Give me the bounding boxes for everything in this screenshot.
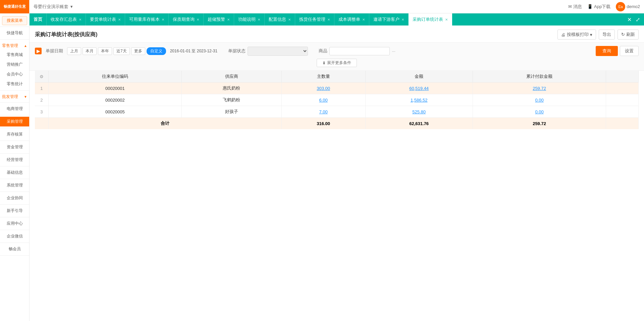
- sidebar-item-quick-nav[interactable]: 快捷导航: [2, 28, 27, 38]
- expand-more-button[interactable]: ⬇ 展开更多条件: [317, 59, 357, 67]
- sidebar-item-wechat[interactable]: 企业微信: [2, 231, 27, 241]
- paid-link[interactable]: 0.00: [473, 106, 606, 118]
- sidebar-item-appstore[interactable]: 应用中心: [2, 219, 27, 228]
- tab-picking-task[interactable]: 拣货任务管理 ✕: [295, 13, 334, 25]
- sidebar-label-wholesale[interactable]: 批发管理 ▼: [2, 92, 27, 101]
- tab-available-stock[interactable]: 可用量库存账本 ✕: [125, 13, 169, 25]
- tab-invite-downstream-label: 邀请下游客户: [373, 16, 399, 22]
- sidebar-item-retail-shop[interactable]: 零售商城: [2, 50, 27, 60]
- operations-section: 经营管理: [0, 154, 29, 166]
- close-tab-icon[interactable]: ✕: [626, 16, 633, 23]
- date-btn-this-month[interactable]: 本月: [83, 47, 97, 55]
- tab-available-stock-close-icon[interactable]: ✕: [162, 18, 164, 21]
- sidebar-label-retail[interactable]: 零售管理 ▲: [2, 41, 27, 50]
- tab-invite-downstream-close-icon[interactable]: ✕: [401, 18, 404, 21]
- app-download-button[interactable]: 📱 App下载: [587, 4, 610, 10]
- sidebar-item-enterprise[interactable]: 企业协同: [2, 193, 27, 203]
- settings-button[interactable]: 设置: [620, 46, 639, 56]
- tab-cost-adjust-label: 成本调整单: [338, 16, 360, 22]
- tab-function-desc-close-icon[interactable]: ✕: [258, 18, 260, 21]
- column-settings-icon[interactable]: ⚙: [40, 74, 44, 79]
- message-button[interactable]: ✉ 消息: [568, 4, 582, 10]
- qty-link[interactable]: 7.00: [281, 106, 365, 118]
- download-icon: 📱: [587, 4, 593, 9]
- sidebar-item-retail-stats[interactable]: 零售统计: [2, 79, 27, 89]
- date-btn-more[interactable]: 更多: [131, 47, 145, 55]
- system-section: 系统管理: [0, 179, 29, 192]
- retail-arrow-icon: ▲: [24, 44, 27, 48]
- filter-row-main: ▶ 单据日期 上月 本月 本年 近7天 更多 自定义 2016-01-01 至 …: [35, 46, 639, 56]
- tab-picking-task-close-icon[interactable]: ✕: [327, 18, 330, 21]
- tab-invite-downstream[interactable]: 邀请下游客户 ✕: [369, 13, 409, 25]
- search-menu-button[interactable]: 搜索菜单: [2, 16, 27, 25]
- tab-config-info-close-icon[interactable]: ✕: [288, 18, 291, 21]
- supplier-name: 飞鹤奶粉: [182, 94, 281, 106]
- goods-input[interactable]: [329, 47, 390, 55]
- sidebar-item-marketing[interactable]: 营销推广: [2, 60, 27, 69]
- amount-link[interactable]: 525.80: [365, 106, 473, 118]
- status-filter: 单据状态: [228, 47, 308, 56]
- sidebar-item-system[interactable]: 系统管理: [2, 180, 27, 190]
- tab-overstock-alert-close-icon[interactable]: ✕: [227, 18, 230, 21]
- sidebar-item-member-center[interactable]: 会员中心: [2, 69, 27, 79]
- tab-order-stats-close-icon[interactable]: ✕: [118, 18, 121, 21]
- enterprise-section: 企业协同: [0, 192, 29, 205]
- date-btn-last-month[interactable]: 上月: [67, 47, 81, 55]
- expand-tab-icon[interactable]: ⤢: [634, 16, 641, 23]
- newbie-section: 新手引导: [0, 205, 29, 217]
- page-header: 采购订单统计表(按供应商) 🖨 按模板打印 ▾ 导出 ↻ 刷新: [30, 25, 644, 43]
- finance-section: 资金管理: [0, 141, 29, 154]
- logo-text: 畅捷通好生意: [4, 4, 26, 9]
- date-btn-this-year[interactable]: 本年: [98, 47, 112, 55]
- date-btn-custom[interactable]: 自定义: [147, 47, 166, 55]
- sidebar-item-basic[interactable]: 基础信息: [2, 168, 27, 177]
- tab-function-desc[interactable]: 功能说明 ✕: [234, 13, 265, 25]
- refresh-button[interactable]: ↻ 刷新: [618, 30, 639, 40]
- tab-receive-summary[interactable]: 收发存汇总表 ✕: [47, 13, 86, 25]
- template-print-button[interactable]: 🖨 按模板打印 ▾: [557, 30, 596, 40]
- user-profile-button[interactable]: Ea demo2: [616, 2, 640, 11]
- paid-link[interactable]: 0.00: [473, 94, 606, 106]
- tab-config-info-label: 配置信息: [269, 16, 286, 22]
- qty-link[interactable]: 303.00: [281, 83, 365, 94]
- workspace-selector[interactable]: 母婴行业演示账套 ▾: [34, 4, 568, 10]
- tab-receive-summary-close-icon[interactable]: ✕: [79, 18, 82, 21]
- app-download-label: App下载: [594, 4, 610, 10]
- qty-link[interactable]: 6.00: [281, 94, 365, 106]
- tab-purchase-stats-close-icon[interactable]: ✕: [445, 18, 448, 21]
- filter-toggle-button[interactable]: ▶: [35, 48, 42, 54]
- status-select[interactable]: [248, 47, 308, 56]
- sidebar-item-purchase[interactable]: 采购管理: [0, 117, 29, 126]
- page-content: 采购订单统计表(按供应商) 🖨 按模板打印 ▾ 导出 ↻ 刷新 ▶ 单据日期: [30, 25, 644, 321]
- export-button[interactable]: 导出: [599, 30, 615, 40]
- tab-receive-summary-label: 收发存汇总表: [51, 16, 77, 22]
- sidebar-item-ecommerce[interactable]: 电商管理: [2, 104, 27, 114]
- tab-config-info[interactable]: 配置信息 ✕: [265, 13, 295, 25]
- sidebar-item-operations[interactable]: 经营管理: [2, 155, 27, 165]
- amount-link[interactable]: 60,519.44: [365, 83, 473, 94]
- sidebar-item-inventory[interactable]: 库存核算: [2, 129, 27, 139]
- supplier-name: 好孩子: [182, 106, 281, 118]
- tab-cost-adjust[interactable]: 成本调整单 ✕: [334, 13, 369, 25]
- date-btn-7days[interactable]: 近7天: [113, 47, 130, 55]
- row-num: 3: [35, 106, 48, 118]
- tab-purchase-stats[interactable]: 采购订单统计表 ✕: [409, 13, 452, 25]
- tab-overstock-alert-label: 超储预警: [208, 16, 225, 22]
- tab-expiry-query-close-icon[interactable]: ✕: [197, 18, 199, 21]
- app-logo: 畅捷通好生意: [0, 0, 29, 13]
- table-footer-row: 合计 316.00 62,631.76 259.72: [35, 118, 639, 129]
- tab-expiry-query[interactable]: 保质期查询 ✕: [169, 13, 204, 25]
- goods-more-icon[interactable]: ···: [392, 49, 395, 54]
- sidebar-item-member[interactable]: 畅会员: [2, 244, 27, 254]
- amount-link[interactable]: 1,586.52: [365, 94, 473, 106]
- paid-link[interactable]: 259.72: [473, 83, 606, 94]
- tab-cost-adjust-close-icon[interactable]: ✕: [362, 18, 365, 21]
- sidebar-item-finance[interactable]: 资金管理: [2, 142, 27, 152]
- sidebar-item-newbie[interactable]: 新手引导: [2, 206, 27, 216]
- user-name: demo2: [627, 4, 640, 9]
- search-button[interactable]: 查询: [596, 46, 618, 56]
- tab-order-stats[interactable]: 要货单统计表 ✕: [86, 13, 125, 25]
- tab-overstock-alert[interactable]: 超储预警 ✕: [204, 13, 234, 25]
- footer-empty: [35, 118, 48, 129]
- tab-home[interactable]: 首页: [30, 13, 47, 25]
